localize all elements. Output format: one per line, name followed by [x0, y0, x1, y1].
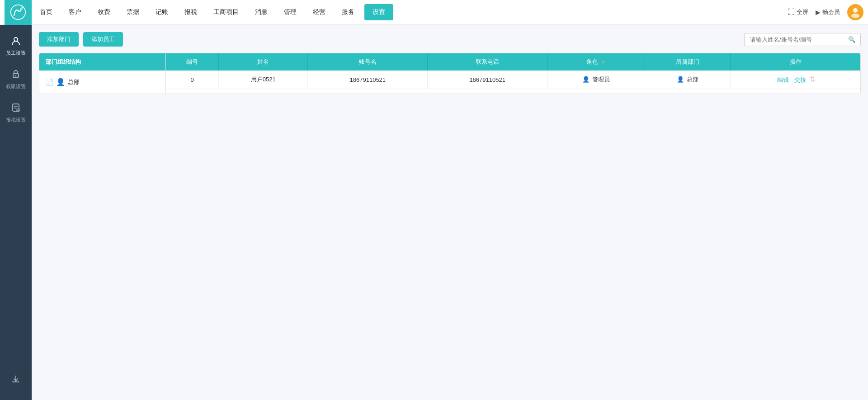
add-emp-button[interactable]: 添加员工 [83, 32, 123, 47]
main-layout: 员工设置 权限设置 报税设置 [0, 25, 868, 400]
nav-right: ⛶ 全屏 ▶ 畅会员 [788, 4, 863, 20]
member-button[interactable]: ▶ 畅会员 [816, 8, 840, 16]
nav-accounting[interactable]: 记账 [147, 0, 176, 25]
nav-billing[interactable]: 收费 [90, 0, 118, 25]
add-dept-button[interactable]: 添加部门 [39, 32, 79, 47]
transfer-link[interactable]: 交接 [794, 76, 806, 83]
fullscreen-icon: ⛶ [788, 8, 795, 16]
cell-name: 用户0521 [219, 71, 308, 89]
sidebar-bottom [9, 368, 23, 400]
dept-name-zongbu: 总部 [68, 78, 80, 86]
nav-tax[interactable]: 报税 [176, 0, 205, 25]
cell-phone: 18679110521 [428, 71, 547, 89]
member-icon: ▶ [816, 9, 821, 16]
avatar[interactable] [847, 4, 863, 20]
nav-service[interactable]: 服务 [334, 0, 363, 25]
col-phone: 联系电话 [428, 53, 547, 71]
col-name: 姓名 [219, 53, 308, 71]
dept-user-icon: 👤 [56, 78, 65, 86]
dept-tree-item-zongbu[interactable]: 📄 👤 总部 [44, 75, 161, 89]
cell-role: 👤 管理员 [547, 71, 645, 89]
table-row: 0 用户0521 18679110521 18679110521 👤 管理员 👤… [166, 71, 860, 89]
file-icon: 📄 [46, 79, 53, 86]
download-icon [11, 374, 21, 386]
dept-tree-body: 📄 👤 总部 [39, 71, 165, 94]
table-body: 0 用户0521 18679110521 18679110521 👤 管理员 👤… [166, 71, 860, 89]
nav-home[interactable]: 首页 [32, 0, 61, 25]
top-nav: 首页 客户 收费 票据 记账 报税 工商项目 消息 管理 经营 服务 设置 ⛶ … [0, 0, 868, 25]
sidebar-item-employee-label: 员工设置 [6, 50, 26, 56]
fullscreen-button[interactable]: ⛶ 全屏 [788, 8, 808, 16]
sidebar-item-employee[interactable]: 员工设置 [0, 29, 32, 63]
nav-business[interactable]: 工商项目 [205, 0, 247, 25]
nav-items: 首页 客户 收费 票据 记账 报税 工商项目 消息 管理 经营 服务 设置 [32, 0, 788, 25]
col-account: 账号名 [308, 53, 428, 71]
cell-action: 编辑 交接 ⇅ [731, 71, 860, 89]
svg-point-4 [14, 38, 18, 41]
fullscreen-label: 全屏 [797, 8, 808, 16]
edit-link[interactable]: 编辑 [777, 76, 789, 83]
sidebar-item-download[interactable] [9, 368, 23, 393]
employee-table: 编号 姓名 账号名 联系电话 角色 ▼ 所属部门 操作 [166, 53, 860, 89]
sidebar-item-permissions-label: 权限设置 [6, 83, 26, 90]
role-user-icon: 👤 [582, 76, 590, 83]
cell-dept: 👤 总部 [645, 71, 730, 89]
member-label: 畅会员 [822, 8, 840, 16]
row-scroll-arrows: ⇅ [810, 75, 816, 83]
nav-invoice[interactable]: 票据 [118, 0, 147, 25]
sidebar-item-permissions[interactable]: 权限设置 [0, 63, 32, 96]
nav-settings[interactable]: 设置 [364, 4, 393, 20]
col-dept: 所属部门 [645, 53, 730, 71]
nav-customer[interactable]: 客户 [61, 0, 90, 25]
svg-point-1 [20, 8, 23, 10]
nav-message[interactable]: 消息 [247, 0, 276, 25]
col-role: 角色 ▼ [547, 53, 645, 71]
col-id: 编号 [166, 53, 219, 71]
emp-table: 编号 姓名 账号名 联系电话 角色 ▼ 所属部门 操作 [166, 53, 860, 94]
dept-tree-header: 部门组织结构 [39, 53, 165, 71]
tax-icon [11, 103, 21, 115]
table-area: 部门组织结构 📄 👤 总部 编号 姓名 账号名 [39, 53, 861, 94]
sidebar-item-taxsettings[interactable]: 报税设置 [0, 96, 32, 130]
toolbar: 添加部门 添加员工 🔍 [39, 32, 861, 47]
svg-point-0 [11, 5, 25, 19]
nav-operation[interactable]: 经营 [305, 0, 334, 25]
sidebar-item-taxsettings-label: 报税设置 [6, 117, 26, 123]
dept-user-icon-row: 👤 [677, 76, 684, 83]
table-header: 编号 姓名 账号名 联系电话 角色 ▼ 所属部门 操作 [166, 53, 860, 71]
sidebar: 员工设置 权限设置 报税设置 [0, 25, 32, 400]
search-button[interactable]: 🔍 [844, 33, 861, 46]
content-area: 添加部门 添加员工 🔍 部门组织结构 📄 👤 总部 [32, 25, 868, 400]
logo [5, 0, 32, 25]
cell-id: 0 [166, 71, 219, 89]
nav-manage[interactable]: 管理 [276, 0, 305, 25]
dept-tree: 部门组织结构 📄 👤 总部 [39, 53, 166, 94]
person-icon [11, 36, 21, 48]
search-icon: 🔍 [848, 36, 856, 43]
svg-point-3 [851, 14, 859, 18]
search-bar: 🔍 [744, 33, 861, 46]
lock-icon [11, 69, 21, 81]
role-filter-icon[interactable]: ▼ [601, 59, 606, 65]
col-action: 操作 [731, 53, 860, 71]
cell-account: 18679110521 [308, 71, 428, 89]
svg-point-2 [853, 8, 858, 13]
search-input[interactable] [744, 33, 844, 46]
svg-point-6 [15, 75, 17, 77]
